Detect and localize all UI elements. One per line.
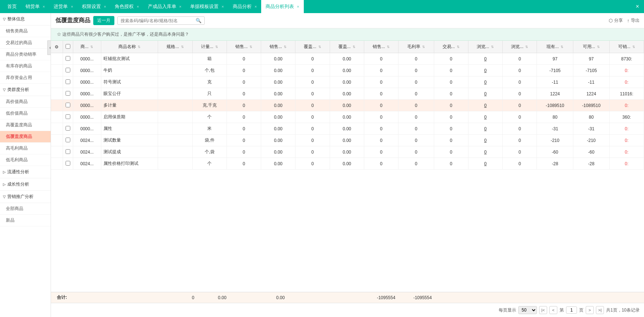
row-checkbox[interactable] [63,100,73,111]
nav-item-home[interactable]: 首页 [3,0,21,13]
prev-page-button[interactable]: < [549,306,557,314]
row-checkbox[interactable] [63,135,73,146]
row-sales-qty: 0 [227,53,261,65]
row-trade: 0 [434,111,468,123]
row-select-checkbox[interactable] [66,68,70,72]
nav-item-product-analysis[interactable]: 商品分析 × [228,0,261,13]
sidebar-section-liquidity[interactable]: ▷ 流通性分析 [0,166,51,178]
row-browse1[interactable]: 0 [468,100,502,111]
per-page-select[interactable]: 50 20 100 [518,306,537,314]
first-page-button[interactable]: |< [539,306,547,314]
close-icon[interactable]: × [221,0,224,13]
nav-item-sales[interactable]: 销货单 × [21,0,49,13]
row-checkbox[interactable] [63,53,73,65]
sidebar-collapse-button[interactable]: « [47,40,51,55]
sidebar-section-growth[interactable]: ▷ 成长性分析 [0,178,51,191]
row-browse1[interactable]: 0 [468,158,502,170]
row-select-checkbox[interactable] [66,79,70,84]
last-page-button[interactable]: >| [596,306,604,314]
col-settings[interactable]: ⚙ [51,41,63,53]
select-all-checkbox[interactable] [66,44,70,49]
sidebar-item-high-margin[interactable]: 高毛利商品 [0,143,51,154]
row-trade: 0 [434,88,468,100]
row-checkbox[interactable] [63,158,73,170]
row-spec [158,123,192,135]
row-browse1[interactable]: 0 [468,135,502,146]
page-number-input[interactable] [566,306,577,314]
close-icon[interactable]: × [137,0,139,13]
row-browse1[interactable]: 0 [468,88,502,100]
row-sellable: 0: [609,76,644,88]
row-browse1[interactable]: 0 [468,111,502,123]
sidebar-item-all-goods[interactable]: 全部商品 [0,203,51,215]
row-unit: 箱 [192,53,227,65]
share-button[interactable]: ⬡ 分享 [609,17,623,24]
nav-item-roles[interactable]: 角色授权 × [110,0,143,13]
total-cover1 [237,295,266,300]
export-button[interactable]: ↑ 导出 [627,17,640,24]
row-select-checkbox[interactable] [66,103,70,107]
row-checkbox[interactable] [63,123,73,135]
sidebar-item-stock-capital[interactable]: 库存资金占用 [0,72,51,84]
col-checkbox-header[interactable] [63,41,73,53]
sidebar-item-in-stock[interactable]: 有库存的商品 [0,60,51,72]
row-browse2: 0 [503,146,537,158]
sidebar-section-cluster[interactable]: ▽ 类群度分析 [0,84,51,96]
sidebar-item-sales-goods[interactable]: 销售类商品 [0,25,51,37]
sidebar-item-category-rate[interactable]: 商品分类动销率 [0,49,51,60]
row-browse1[interactable]: 0 [468,76,502,88]
row-select-checkbox[interactable] [66,126,70,131]
total-row: 合计: 0 0.00 0.00 -1095554 -1095554 [51,292,644,303]
product-table-wrapper: ⚙ 商... ⇅ 商品名称 ⇅ 规格... ⇅ 计量... ⇅ 销售... ⇅ … [51,41,644,292]
close-icon[interactable]: × [43,0,45,13]
nav-item-production[interactable]: 产成品入库单 × [144,0,186,13]
sidebar-item-high-coverage[interactable]: 高覆盖度商品 [0,119,51,131]
row-sales-qty: 0 [227,135,261,146]
nav-item-permissions[interactable]: 权限设置 × [78,0,110,13]
close-icon[interactable]: × [255,0,257,13]
sidebar-section-marketing[interactable]: ▽ 营销推广分析 [0,191,51,203]
row-unit: 个 [192,158,227,170]
row-checkbox[interactable] [63,111,73,123]
sidebar-section-overall[interactable]: ▽ 整体信息 [0,13,51,25]
row-unit: 克 [192,76,227,88]
row-select-checkbox[interactable] [66,161,70,166]
row-sellable: 11016: [609,88,644,100]
sidebar-item-traded-goods[interactable]: 交易过的商品 [0,37,51,49]
row-select-checkbox[interactable] [66,114,70,119]
sidebar-item-high-value[interactable]: 高价值商品 [0,96,51,108]
row-select-checkbox[interactable] [66,149,70,154]
sidebar-item-low-margin[interactable]: 低毛利商品 [0,154,51,166]
tab-recent-month[interactable]: 近一月 [93,16,114,25]
row-browse1[interactable]: 0 [468,53,502,65]
row-checkbox[interactable] [63,76,73,88]
close-icon[interactable]: × [179,0,181,13]
search-icon[interactable]: 🔍 [196,18,201,23]
row-select-checkbox[interactable] [66,56,70,61]
nav-item-purchase[interactable]: 进货单 × [49,0,77,13]
row-browse1[interactable]: 0 [468,123,502,135]
search-input[interactable] [121,18,194,23]
row-select-checkbox[interactable] [66,138,70,142]
close-icon[interactable]: × [104,0,106,13]
next-page-button[interactable]: > [586,306,594,314]
row-browse1[interactable]: 0 [468,65,502,76]
row-settings [51,146,63,158]
row-checkbox[interactable] [63,65,73,76]
row-browse2: 0 [503,65,537,76]
row-select-checkbox[interactable] [66,91,70,96]
row-browse2: 0 [503,158,537,170]
nav-item-templates[interactable]: 单据模板设置 × [186,0,228,13]
close-all-button[interactable]: × [631,0,644,13]
row-spec [158,146,192,158]
sidebar-item-low-coverage[interactable]: 低覆盖度商品 [0,131,51,143]
row-checkbox[interactable] [63,88,73,100]
close-icon[interactable]: × [71,0,73,13]
sidebar-item-low-value[interactable]: 低价值商品 [0,108,51,119]
row-cover1: 0 [295,158,330,170]
row-checkbox[interactable] [63,146,73,158]
close-icon[interactable]: × [297,0,299,13]
row-browse1[interactable]: 0 [468,146,502,158]
sidebar-item-new-products[interactable]: 新品 [0,215,51,226]
nav-item-product-analysis-list[interactable]: 商品分析列表 × [261,0,303,13]
